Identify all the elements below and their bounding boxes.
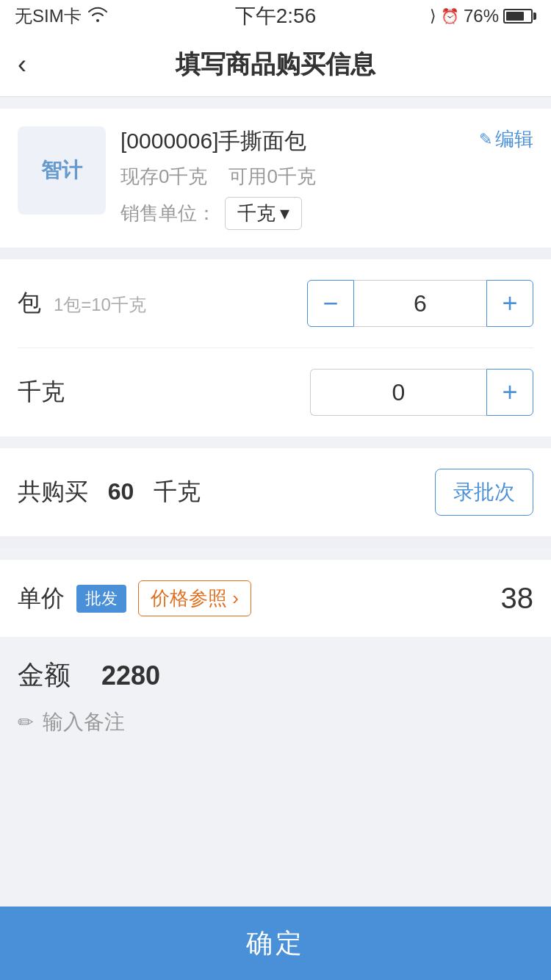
kg-input-controls: + [310, 369, 533, 416]
price-section: 单价 批发 价格参照 › 38 [0, 560, 551, 637]
bao-input-controls: − + [307, 280, 533, 327]
remark-row[interactable]: ✏ 输入备注 [18, 708, 533, 736]
total-quantity: 60 [108, 478, 134, 505]
product-code: [0000006]手撕面包 [120, 126, 533, 156]
status-left: 无SIM卡 [15, 4, 108, 28]
back-button[interactable]: ‹ [18, 49, 26, 80]
unit-select[interactable]: 千克 ▾ [225, 197, 302, 230]
bao-label: 包 1包=10千克 [18, 287, 307, 320]
price-tag: 批发 [76, 585, 126, 613]
status-right: ⟩ ⏰ 76% [430, 6, 536, 26]
bao-sublabel: 1包=10千克 [54, 295, 146, 314]
kg-value-input[interactable] [310, 369, 486, 416]
total-unit: 千克 [154, 478, 201, 505]
page-title: 填写商品购买信息 [176, 48, 375, 82]
product-unit-row: 销售单位： 千克 ▾ [120, 197, 533, 230]
kg-label: 千克 [18, 376, 310, 408]
confirm-button-label: 确定 [246, 926, 305, 962]
stock-available: 可用0千克 [228, 165, 315, 187]
total-section: 共购买 60 千克 录批次 [0, 448, 551, 536]
edit-label: 编辑 [495, 126, 533, 152]
amount-row: 金额 2280 [18, 657, 533, 693]
product-info: [0000006]手撕面包 现存0千克 可用0千克 销售单位： 千克 ▾ [120, 126, 533, 230]
batch-button[interactable]: 录批次 [435, 469, 533, 516]
remark-placeholder: 输入备注 [43, 708, 125, 736]
wifi-icon [87, 6, 108, 26]
edit-icon: ✎ [479, 130, 492, 149]
amount-label: 金额 [18, 657, 71, 693]
product-card: 智计 [0000006]手撕面包 现存0千克 可用0千克 销售单位： 千克 ▾ … [0, 109, 551, 248]
remark-icon: ✏ [18, 711, 34, 734]
bao-value-input[interactable] [354, 280, 486, 327]
unit-value: 千克 [237, 201, 276, 226]
unit-dropdown-arrow: ▾ [280, 202, 289, 225]
bao-input-row: 包 1包=10千克 − + [18, 259, 533, 348]
product-logo: 智计 [41, 156, 82, 184]
alarm-icon: ⏰ [441, 7, 459, 25]
edit-button[interactable]: ✎ 编辑 [479, 126, 533, 152]
product-thumbnail: 智计 [18, 126, 106, 215]
nav-bar: ‹ 填写商品购买信息 [0, 32, 551, 97]
status-bar: 无SIM卡 下午2:56 ⟩ ⏰ 76% [0, 0, 551, 32]
product-stock: 现存0千克 可用0千克 [120, 164, 533, 190]
kg-input-row: 千克 + [18, 348, 533, 436]
battery-icon [503, 9, 536, 24]
input-section: 包 1包=10千克 − + 千克 + [0, 259, 551, 436]
carrier-label: 无SIM卡 [15, 4, 82, 28]
total-prefix: 共购买 [18, 478, 88, 505]
kg-plus-button[interactable]: + [486, 369, 533, 416]
amount-section: 金额 2280 ✏ 输入备注 [0, 637, 551, 748]
unit-label: 销售单位： [120, 201, 216, 226]
stock-current: 现存0千克 [120, 165, 207, 187]
bao-minus-button[interactable]: − [307, 280, 354, 327]
confirm-bar[interactable]: 确定 [0, 907, 551, 980]
amount-value: 2280 [101, 660, 160, 691]
status-time: 下午2:56 [235, 2, 317, 30]
battery-percent: 76% [464, 6, 499, 26]
price-label: 单价 [18, 583, 65, 615]
section-divider-1 [0, 248, 551, 259]
price-value: 38 [501, 582, 534, 615]
section-divider-2 [0, 536, 551, 548]
price-ref-button[interactable]: 价格参照 › [138, 580, 251, 616]
total-text: 共购买 60 千克 [18, 476, 201, 508]
location-icon: ⟩ [430, 7, 436, 26]
bao-plus-button[interactable]: + [486, 280, 533, 327]
